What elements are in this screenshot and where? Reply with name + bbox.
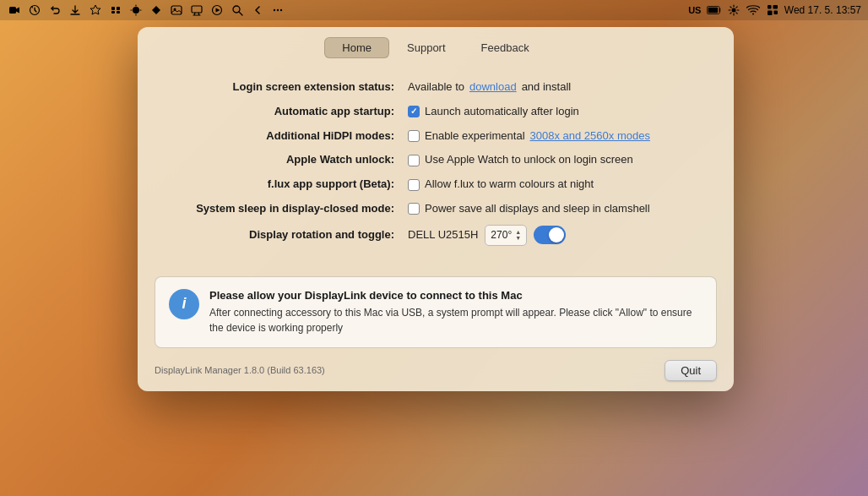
- svg-point-7: [133, 7, 139, 14]
- auto-startup-text: Launch automatically after login: [425, 103, 579, 121]
- main-window: Home Support Feedback Login screen exten…: [138, 27, 734, 391]
- download-icon[interactable]: [68, 3, 83, 18]
- brightness-icon[interactable]: [726, 3, 741, 18]
- version-text: DisplayLink Manager 1.8.0 (Build 63.163): [155, 365, 325, 375]
- svg-rect-8: [171, 6, 182, 14]
- display-rotation-value: DELL U2515H 270° ▲ ▼: [408, 221, 700, 249]
- flux-label: f.lux app support (Beta):: [171, 172, 408, 197]
- stepper-arrows: ▲ ▼: [515, 229, 521, 241]
- undo-icon[interactable]: [47, 3, 62, 18]
- tab-home[interactable]: Home: [324, 37, 389, 58]
- scrobbler-icon[interactable]: [108, 3, 123, 18]
- system-sleep-value: Power save all displays and sleep in cla…: [408, 197, 700, 221]
- svg-point-14: [274, 9, 275, 11]
- hidpi-value: Enable experimental 3008x and 2560x mode…: [408, 124, 700, 149]
- apple-watch-text: Use Apple Watch to unlock on login scree…: [425, 151, 633, 169]
- info-title: Please allow your DisplayLink device to …: [209, 289, 703, 302]
- svg-rect-31: [773, 11, 778, 15]
- auto-startup-checkbox[interactable]: [408, 106, 420, 117]
- svg-rect-0: [9, 7, 16, 14]
- tab-feedback[interactable]: Feedback: [464, 37, 547, 58]
- svg-rect-18: [708, 8, 717, 14]
- svg-point-15: [277, 9, 279, 11]
- stepper-up-icon: ▲: [515, 229, 521, 235]
- media-icon[interactable]: [209, 3, 225, 18]
- flux-value: Allow f.lux to warm colours at night: [408, 172, 700, 197]
- svg-line-25: [736, 13, 737, 14]
- toggle-knob: [549, 227, 564, 243]
- search-menu-icon[interactable]: [230, 3, 245, 18]
- hidpi-text: Enable experimental: [425, 128, 525, 145]
- quit-button[interactable]: Quit: [665, 360, 717, 381]
- login-screen-text2: and install: [522, 79, 572, 96]
- auto-startup-label: Automatic app startup:: [171, 100, 408, 124]
- flux-menu-icon[interactable]: [128, 3, 144, 18]
- info-text-block: Please allow your DisplayLink device to …: [209, 289, 703, 335]
- display-rotation-label: Display rotation and toggle:: [171, 221, 408, 249]
- info-banner: i Please allow your DisplayLink device t…: [155, 276, 717, 348]
- svg-point-16: [280, 9, 282, 11]
- footer: DisplayLink Manager 1.8.0 (Build 63.163)…: [138, 355, 734, 391]
- settings-content: Login screen extension status: Available…: [138, 58, 734, 263]
- battery-icon[interactable]: [707, 3, 722, 18]
- display-rotation-controls: DELL U2515H 270° ▲ ▼: [408, 225, 566, 246]
- auto-startup-value: Launch automatically after login: [408, 100, 700, 124]
- login-screen-label: Login screen extension status:: [171, 75, 408, 100]
- svg-rect-6: [117, 11, 120, 14]
- language-icon[interactable]: US: [687, 3, 703, 18]
- hidpi-checkbox[interactable]: [408, 130, 420, 142]
- screen-icon[interactable]: [189, 3, 204, 18]
- svg-rect-5: [111, 11, 115, 14]
- rotation-toggle[interactable]: [534, 226, 566, 244]
- back-icon[interactable]: [250, 3, 265, 18]
- download-link[interactable]: download: [469, 79, 517, 96]
- svg-rect-30: [768, 11, 773, 16]
- controlcenter-icon[interactable]: [765, 3, 780, 18]
- svg-point-19: [731, 8, 735, 13]
- svg-rect-10: [192, 6, 202, 13]
- ai-icon[interactable]: [88, 3, 103, 18]
- info-icon: i: [169, 289, 199, 319]
- login-screen-text: Available to: [408, 79, 464, 96]
- system-sleep-checkbox[interactable]: [408, 203, 420, 215]
- svg-line-24: [730, 7, 731, 8]
- apple-watch-label: Apple Watch unlock:: [171, 148, 408, 172]
- info-body: After connecting accessory to this Mac v…: [209, 305, 703, 335]
- login-screen-value: Available to download and install: [408, 75, 700, 100]
- transmit-icon[interactable]: [149, 3, 164, 18]
- settings-grid: Login screen extension status: Available…: [171, 75, 700, 249]
- svg-line-27: [730, 13, 731, 14]
- apple-watch-value: Use Apple Watch to unlock on login scree…: [408, 148, 700, 172]
- photo-icon[interactable]: [169, 3, 184, 18]
- system-sleep-text: Power save all displays and sleep in cla…: [425, 200, 650, 218]
- rotation-value: 270°: [491, 227, 512, 243]
- svg-line-26: [736, 7, 737, 8]
- svg-rect-4: [117, 7, 120, 10]
- stepper-down-icon: ▼: [515, 235, 521, 241]
- svg-marker-12: [216, 8, 220, 13]
- monitor-name: DELL U2515H: [408, 226, 478, 244]
- wifi-icon[interactable]: [746, 3, 761, 18]
- menubar-right: US Wed 17. 5. 13:57: [687, 3, 861, 18]
- hidpi-link[interactable]: 3008x and 2560x modes: [530, 128, 650, 145]
- hidpi-label: Additional HiDPI modes:: [171, 124, 408, 149]
- svg-rect-28: [768, 5, 772, 9]
- apple-watch-checkbox[interactable]: [408, 155, 420, 166]
- flux-text: Allow f.lux to warm colours at night: [425, 176, 594, 193]
- tab-support[interactable]: Support: [389, 37, 464, 58]
- system-sleep-label: System sleep in display-closed mode:: [171, 197, 408, 221]
- svg-rect-29: [773, 5, 778, 9]
- flux-checkbox[interactable]: [408, 179, 420, 191]
- vidyo-icon[interactable]: [7, 3, 22, 18]
- rotation-stepper[interactable]: 270° ▲ ▼: [485, 225, 527, 246]
- more-icon[interactable]: [270, 3, 285, 18]
- menubar-left: [7, 3, 285, 18]
- menubar-time: Wed 17. 5. 13:57: [784, 4, 861, 16]
- svg-marker-2: [90, 5, 100, 14]
- time-machine-icon[interactable]: [27, 3, 42, 18]
- tab-bar: Home Support Feedback: [138, 27, 734, 58]
- menubar: US Wed 17. 5. 13:57: [0, 0, 868, 20]
- svg-rect-3: [111, 7, 115, 10]
